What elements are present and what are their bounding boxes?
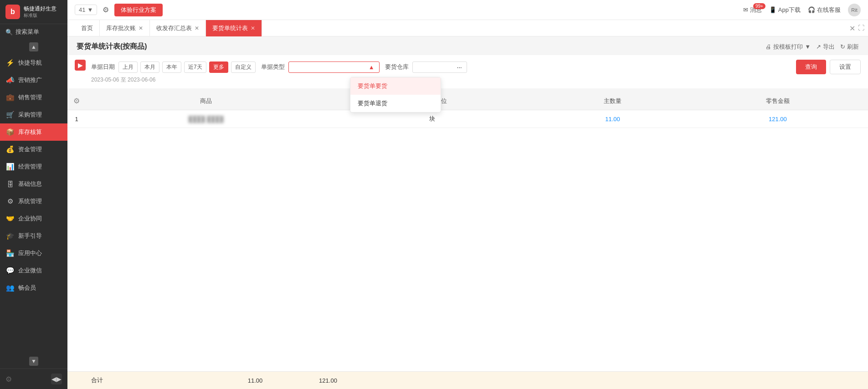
- qty-header: 主数量: [538, 92, 687, 110]
- sidebar-scroll-down[interactable]: ▼: [0, 354, 67, 369]
- date-btn-custom[interactable]: 自定义: [231, 61, 256, 73]
- tab-label-order-stats: 要货单统计表: [212, 24, 248, 32]
- type-label: 单据类型: [261, 63, 285, 71]
- sidebar-item-appstore[interactable]: 🏪 应用中心: [0, 245, 67, 262]
- query-button[interactable]: 查询: [796, 60, 826, 74]
- row-qty: 11.00: [538, 110, 687, 128]
- app-download-item[interactable]: 📱 App下载: [769, 6, 801, 14]
- tab-close-inventory-batch[interactable]: ✕: [139, 25, 143, 31]
- date-filter-group: 单据日期 上月本月本年近7天更多自定义: [91, 61, 256, 73]
- gear-icon[interactable]: ⚙: [73, 97, 80, 105]
- tab-bar-actions: ✕ ⛶: [849, 24, 864, 32]
- avatar[interactable]: Rit: [848, 4, 861, 16]
- sidebar-item-label: 新手引导: [18, 232, 42, 240]
- page-header: 要货单统计表(按商品) 🖨 按模板打印 ▼ ↗ 导出 ↻ 刷新: [67, 36, 868, 55]
- dropdown-item-return-goods[interactable]: 要货单退货: [350, 95, 441, 112]
- tab-home[interactable]: 首页: [75, 20, 100, 36]
- store-selector[interactable]: 41 ▼: [75, 5, 97, 15]
- guide-icon: 🎓: [5, 232, 15, 240]
- table-container: ⚙ 商品 主计量单位 主数量 零售金额 1 ████ ████ 块 11.00 …: [67, 92, 868, 371]
- filter-expand-button[interactable]: ▶: [75, 60, 86, 71]
- sidebar-item-guide[interactable]: 🎓 新手引导: [0, 227, 67, 245]
- print-chevron-icon: ▼: [805, 43, 811, 50]
- date-btn-more[interactable]: 更多: [209, 61, 228, 73]
- sidebar-item-sales[interactable]: 💼 销售管理: [0, 89, 67, 106]
- chevron-down-icon: ▼: [87, 6, 93, 13]
- sidebar-item-wechat[interactable]: 💬 企业微信: [0, 262, 67, 279]
- sidebar-collapse-button[interactable]: ◀▶: [51, 374, 62, 384]
- print-action[interactable]: 🖨 按模板打印 ▼: [765, 43, 811, 51]
- tab-close-order-stats[interactable]: ✕: [251, 25, 255, 31]
- sidebar-item-label: 资金管理: [18, 145, 42, 154]
- filter-bar: ▶ 单据日期 上月本月本年近7天更多自定义 单据类型 ▲: [67, 55, 868, 88]
- footer-values: 11.00 121.00: [237, 377, 346, 384]
- tab-order-stats[interactable]: 要货单统计表✕: [206, 20, 262, 36]
- print-icon: 🖨: [765, 43, 771, 50]
- date-btn-this-year[interactable]: 本年: [162, 61, 181, 73]
- sidebar-item-system[interactable]: ⚙ 系统管理: [0, 193, 67, 210]
- warehouse-filter-group: 要货仓库 ···: [385, 61, 467, 73]
- basic-icon: 🗄: [5, 180, 15, 188]
- sidebar-item-inventory[interactable]: 📦 库存核算: [0, 123, 67, 141]
- tab-shipper-summary[interactable]: 收发存汇总表✕: [150, 20, 206, 36]
- sidebar-item-member[interactable]: 👥 畅会员: [0, 279, 67, 297]
- table-settings-header[interactable]: ⚙: [67, 92, 86, 110]
- sidebar-item-basic[interactable]: 🗄 基础信息: [0, 175, 67, 193]
- sidebar-item-purchase[interactable]: 🛒 采购管理: [0, 106, 67, 123]
- page-actions: 🖨 按模板打印 ▼ ↗ 导出 ↻ 刷新: [765, 43, 859, 51]
- row-goods: ████ ████: [86, 110, 326, 128]
- content-area: 要货单统计表(按商品) 🖨 按模板打印 ▼ ↗ 导出 ↻ 刷新: [67, 36, 868, 389]
- marketing-icon: 📣: [5, 76, 15, 84]
- warehouse-select[interactable]: ···: [412, 61, 467, 73]
- sidebar-item-collab[interactable]: 🤝 企业协同: [0, 210, 67, 227]
- tab-inventory-batch[interactable]: 库存批次账✕: [100, 20, 150, 36]
- top-bar: 41 ▼ ⚙ 体验行业方案 ✉ 消息 99+ 📱 App下载 🎧 在线客服 Ri…: [67, 0, 868, 20]
- sidebar-item-operation[interactable]: 📊 经营管理: [0, 158, 67, 175]
- warehouse-more-icon: ···: [457, 64, 462, 71]
- industry-button[interactable]: 体验行业方案: [114, 4, 163, 16]
- top-bar-left: 41 ▼ ⚙ 体验行业方案: [75, 4, 163, 16]
- sidebar-search[interactable]: 🔍 搜索菜单: [0, 24, 67, 40]
- sidebar-item-label: 企业微信: [18, 266, 42, 275]
- export-icon: ↗: [816, 43, 821, 50]
- table-row: 1 ████ ████ 块 11.00 121.00: [67, 110, 868, 128]
- dropdown-item-order-goods[interactable]: 要货单要货: [350, 77, 441, 95]
- sales-icon: 💼: [5, 93, 15, 102]
- window-close-icon[interactable]: ✕: [849, 24, 855, 32]
- logo-text: 畅捷通好生意 标准版: [24, 5, 56, 19]
- date-btn-last-7-days[interactable]: 近7天: [184, 61, 206, 73]
- message-item[interactable]: ✉ 消息 99+: [743, 6, 762, 14]
- online-service-item[interactable]: 🎧 在线客服: [808, 6, 841, 14]
- finance-icon: 💰: [5, 145, 15, 154]
- member-icon: 👥: [5, 284, 15, 292]
- date-btn-last-month[interactable]: 上月: [118, 61, 138, 73]
- sidebar-item-label: 应用中心: [18, 249, 42, 257]
- scroll-down-arrow[interactable]: ▼: [29, 357, 38, 366]
- sidebar-scroll-up[interactable]: ▲: [0, 40, 67, 54]
- sidebar-logo: b 畅捷通好生意 标准版: [0, 0, 67, 24]
- export-action[interactable]: ↗ 导出: [816, 43, 835, 51]
- row-seq: 1: [67, 110, 86, 128]
- topbar-settings-icon[interactable]: ⚙: [103, 5, 109, 14]
- tab-close-shipper-summary[interactable]: ✕: [195, 25, 199, 31]
- date-range: 2023-05-06 至 2023-06-06: [91, 77, 155, 83]
- sidebar-item-label: 营销推广: [18, 76, 42, 84]
- type-filter-group: 单据类型 ▲: [261, 61, 380, 73]
- sidebar-item-label: 销售管理: [18, 93, 42, 102]
- sidebar-item-quick-nav[interactable]: ⚡ 快捷导航: [0, 54, 67, 72]
- tab-label-inventory-batch: 库存批次账: [106, 24, 136, 32]
- settings-button[interactable]: 设置: [830, 60, 861, 74]
- date-btn-this-month[interactable]: 本月: [140, 61, 159, 73]
- refresh-action[interactable]: ↻ 刷新: [840, 43, 859, 51]
- window-expand-icon[interactable]: ⛶: [858, 24, 864, 32]
- row-unit: 块: [326, 110, 538, 128]
- scroll-up-arrow[interactable]: ▲: [29, 42, 38, 51]
- sidebar-item-finance[interactable]: 💰 资金管理: [0, 141, 67, 158]
- message-icon: ✉: [743, 6, 748, 13]
- refresh-icon: ↻: [840, 43, 845, 50]
- tab-bar: 首页库存批次账✕收发存汇总表✕要货单统计表✕ ✕ ⛶: [67, 20, 868, 36]
- search-icon: 🔍: [5, 29, 13, 36]
- sidebar-item-marketing[interactable]: 📣 营销推广: [0, 72, 67, 89]
- type-select-box[interactable]: ▲: [288, 61, 380, 73]
- sidebar-settings-icon[interactable]: ⚙: [5, 375, 12, 384]
